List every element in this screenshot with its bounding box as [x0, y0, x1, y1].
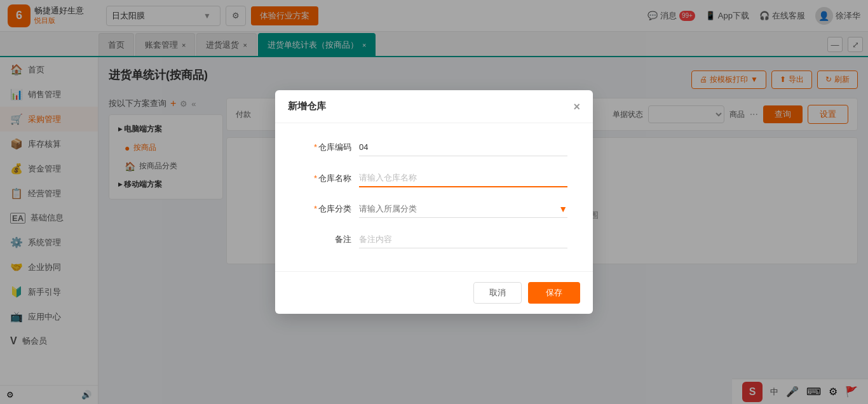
- new-warehouse-modal: 新增仓库 × *仓库编码 *仓库名称 *仓库分类: [275, 90, 593, 314]
- warehouse-category-input[interactable]: [359, 200, 559, 217]
- modal-overlay: 新增仓库 × *仓库编码 *仓库名称 *仓库分类: [0, 0, 868, 404]
- warehouse-category-select-row[interactable]: ▼: [359, 200, 567, 218]
- form-label-remark: 备注: [301, 234, 351, 245]
- modal-body: *仓库编码 *仓库名称 *仓库分类 ▼: [275, 123, 593, 271]
- form-row-category: *仓库分类 ▼: [301, 200, 567, 218]
- modal-header: 新增仓库 ×: [275, 90, 593, 123]
- cancel-button[interactable]: 取消: [473, 282, 522, 304]
- required-star-name: *: [314, 173, 317, 183]
- form-row-remark: 备注: [301, 231, 567, 248]
- warehouse-remark-input[interactable]: [359, 231, 567, 248]
- modal-title: 新增仓库: [288, 100, 326, 112]
- category-dropdown-icon[interactable]: ▼: [559, 204, 567, 214]
- modal-footer: 取消 保存: [275, 271, 593, 314]
- save-button[interactable]: 保存: [528, 282, 580, 304]
- modal-close-btn[interactable]: ×: [573, 101, 580, 112]
- warehouse-name-input[interactable]: [359, 169, 567, 187]
- form-row-code: *仓库编码: [301, 138, 567, 156]
- form-row-name: *仓库名称: [301, 169, 567, 187]
- form-label-code: *仓库编码: [301, 142, 351, 153]
- required-star-category: *: [314, 204, 317, 213]
- warehouse-code-input[interactable]: [359, 138, 567, 156]
- required-star-code: *: [314, 142, 317, 152]
- form-label-name: *仓库名称: [301, 173, 351, 184]
- form-label-category: *仓库分类: [301, 203, 351, 215]
